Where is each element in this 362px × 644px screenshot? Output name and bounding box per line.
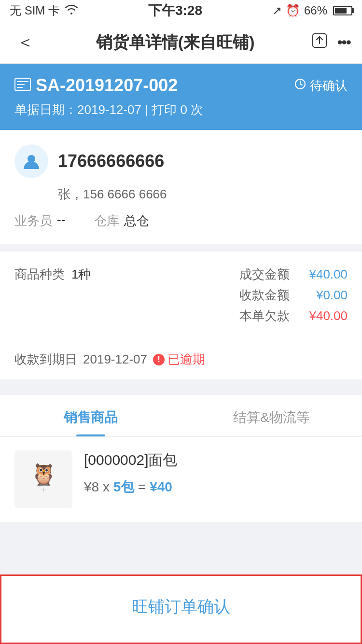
carrier-text: 无 SIM 卡: [10, 3, 60, 18]
product-types-label: 商品种类: [14, 266, 65, 283]
battery-icon: [333, 6, 352, 15]
owl-icon: 🦉: [30, 464, 57, 485]
confirm-button[interactable]: 旺铺订单确认: [16, 586, 346, 628]
due-amount-label: 本单欠款: [239, 308, 290, 324]
customer-meta: 业务员 -- 仓库 总仓: [14, 212, 348, 229]
warehouse-label: 仓库: [94, 212, 119, 229]
status-right: ↗ ⏰ 66%: [272, 4, 352, 17]
due-amount-value: ¥40.00: [299, 308, 348, 323]
product-types-value: 1种: [71, 266, 91, 283]
nav-bar: ＜ 销货单详情(来自旺铺) •••: [0, 21, 362, 64]
page-title: 销货单详情(来自旺铺): [96, 31, 255, 54]
tabs-section: 销售商品 结算&物流等 🦉 + [0000002]面包 ¥8 x 5包 = ¥4…: [0, 395, 362, 522]
due-date-section: 收款到期日 2019-12-07 ! 已逾期: [0, 339, 362, 379]
order-date: 单据日期：2019-12-07 | 打印 0 次: [14, 101, 348, 118]
battery-percentage: 66%: [304, 4, 327, 17]
warehouse-value: 总仓: [124, 212, 149, 229]
more-button[interactable]: •••: [337, 33, 350, 51]
product-price: ¥8 x 5包 = ¥40: [84, 478, 348, 496]
customer-section: 17666666666 张，156 6666 6666 业务员 -- 仓库 总仓: [0, 130, 362, 244]
product-item: 🦉 + [0000002]面包 ¥8 x 5包 = ¥40: [0, 437, 362, 522]
warehouse-meta: 仓库 总仓: [94, 212, 149, 229]
product-info: [0000002]面包 ¥8 x 5包 = ¥40: [84, 450, 348, 496]
overdue-badge: ! 已逾期: [153, 351, 205, 368]
product-name: [0000002]面包: [84, 450, 348, 470]
price-text: ¥8 x: [84, 479, 113, 494]
deal-amount-value: ¥40.00: [299, 267, 348, 282]
back-button[interactable]: ＜: [12, 26, 39, 59]
salesperson-value: --: [57, 212, 65, 229]
order-icon: [14, 75, 31, 96]
status-time: 下午3:28: [148, 1, 202, 20]
deal-amount-row: 成交金额 ¥40.00: [239, 266, 348, 283]
product-thumbnail: 🦉 +: [14, 450, 72, 508]
order-id: SA-20191207-002: [14, 75, 178, 96]
customer-name: 张，156 6666 6666: [14, 186, 348, 203]
due-date-label: 收款到期日: [14, 351, 77, 368]
location-icon: ↗: [272, 4, 282, 17]
salesperson-label: 业务员: [14, 212, 52, 229]
deal-amount-label: 成交金额: [239, 266, 290, 283]
overdue-text: 已逾期: [167, 351, 205, 368]
quantity-text: 5包: [113, 479, 135, 494]
overdue-exclamation-icon: !: [153, 354, 165, 365]
tab-sales[interactable]: 销售商品: [0, 395, 181, 436]
received-amount-row: 收款金额 ¥0.00: [239, 287, 348, 304]
due-date-value: 2019-12-07: [83, 352, 147, 367]
order-header-card: SA-20191207-002 待确认 单据日期：2019-12-07 | 打印…: [0, 64, 362, 130]
product-types: 商品种类 1种: [14, 266, 91, 283]
status-left: 无 SIM 卡: [10, 3, 78, 18]
order-status-badge: 待确认: [294, 77, 348, 94]
tab-settlement[interactable]: 结算&物流等: [181, 395, 362, 436]
alarm-icon: ⏰: [286, 4, 300, 17]
customer-row: 17666666666: [14, 144, 348, 178]
received-amount-value: ¥0.00: [299, 288, 348, 303]
order-id-row: SA-20191207-002 待确认: [14, 75, 348, 96]
confirm-button-wrap: 旺铺订单确认: [0, 574, 362, 644]
received-amount-label: 收款金额: [239, 287, 290, 304]
status-text: 待确认: [310, 77, 348, 94]
salesperson-meta: 业务员 --: [14, 212, 65, 229]
total-text: ¥40: [150, 479, 172, 494]
summary-section: 商品种类 1种 成交金额 ¥40.00 收款金额 ¥0.00 本单欠款 ¥40.…: [0, 252, 362, 339]
equals-text: =: [134, 479, 150, 494]
nav-right: •••: [312, 33, 350, 52]
divider-1: [0, 244, 362, 252]
status-bar: 无 SIM 卡 下午3:28 ↗ ⏰ 66%: [0, 0, 362, 21]
brand-plus: +: [41, 485, 46, 495]
share-button[interactable]: [312, 33, 327, 52]
due-amount-row: 本单欠款 ¥40.00: [239, 308, 348, 324]
summary-grid: 商品种类 1种 成交金额 ¥40.00 收款金额 ¥0.00 本单欠款 ¥40.…: [14, 266, 348, 324]
tabs-row: 销售商品 结算&物流等: [0, 395, 362, 437]
amounts: 成交金额 ¥40.00 收款金额 ¥0.00 本单欠款 ¥40.00: [239, 266, 348, 324]
clock-icon: [294, 78, 306, 93]
due-date-row: 收款到期日 2019-12-07 ! 已逾期: [14, 351, 348, 368]
divider-2: [0, 379, 362, 387]
wifi-icon: [65, 4, 78, 17]
customer-avatar: [14, 144, 48, 178]
product-thumb-inner: 🦉 +: [30, 464, 57, 495]
customer-phone: 17666666666: [58, 151, 164, 171]
